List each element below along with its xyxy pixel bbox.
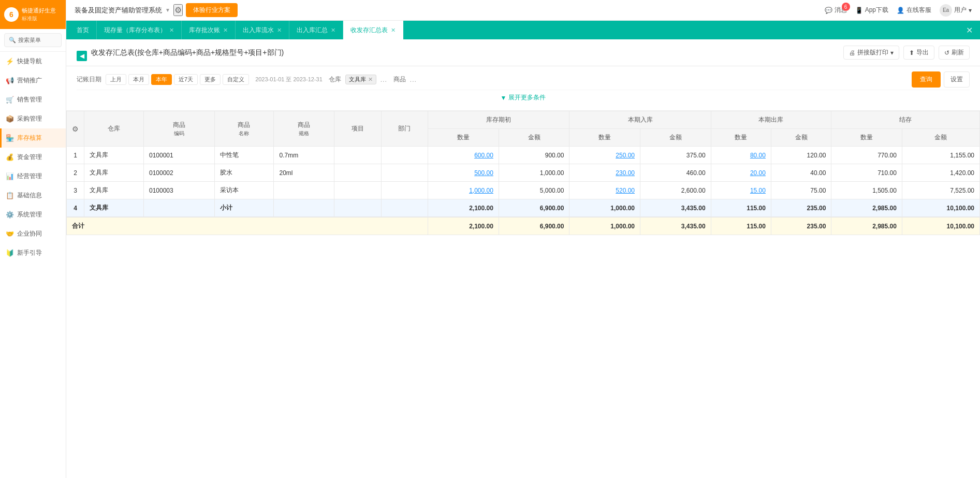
operation-icon: 📊	[6, 172, 14, 181]
tab-batch-close[interactable]: ✕	[223, 27, 228, 34]
page-title: 收发存汇总表(按仓库+商品编码+商品+规格型号+项目+部门)	[91, 48, 284, 64]
purchase-icon: 📦	[6, 115, 14, 123]
tab-flow-close[interactable]: ✕	[277, 27, 282, 34]
warehouse-more[interactable]: ...	[381, 76, 387, 83]
sidebar-item-quick-nav[interactable]: ⚡ 快捷导航	[0, 52, 66, 71]
expand-more-button[interactable]: ▼ 展开更多条件	[501, 90, 546, 105]
col-goods-spec-header: 商品规格	[274, 111, 334, 147]
query-actions: 查询 设置	[912, 71, 970, 88]
col-settings-header: ⚙	[67, 111, 84, 147]
user-initial: Ea	[943, 7, 949, 13]
date-options: 上月 本月 本年 近7天 更多 自定义	[106, 74, 249, 85]
sidebar-item-label: 基础信息	[17, 191, 42, 200]
inventory-icon: 🏪	[6, 134, 14, 142]
date-filter-section: 记账日期 上月 本月 本年 近7天 更多 自定义 2023-01-01 至 20…	[77, 74, 323, 85]
date-btn-more[interactable]: 更多	[200, 74, 221, 85]
query-button[interactable]: 查询	[912, 71, 941, 88]
basic-icon: 📋	[6, 192, 14, 200]
main-area: 装备及固定资产辅助管理系统 ▼ ⚙ 体验行业方案 💬 消息 6 📱 App下载 …	[66, 0, 980, 478]
sidebar-item-sales[interactable]: 🛒 销售管理	[0, 90, 66, 109]
filter-wrapper: 记账日期 上月 本月 本年 近7天 更多 自定义 2023-01-01 至 20…	[66, 66, 980, 111]
tab-batch-account[interactable]: 库存批次账 ✕	[182, 21, 236, 39]
app-download-button[interactable]: 📱 App下载	[855, 6, 888, 15]
refresh-button[interactable]: ↺ 刷新	[939, 46, 970, 60]
col-opening-qty-header: 数量	[428, 129, 499, 147]
sidebar-item-marketing[interactable]: 📢 营销推广	[0, 71, 66, 90]
footer-in-qty: 1,000.00	[569, 217, 640, 235]
date-btn-this-month[interactable]: 本月	[128, 74, 149, 85]
sidebar-item-label: 快捷导航	[17, 57, 42, 66]
tab-home[interactable]: 首页	[66, 21, 97, 39]
warehouse-tag-label: 文具库	[349, 76, 366, 83]
sidebar-item-label: 销售管理	[17, 95, 42, 104]
tab-recv-send-close[interactable]: ✕	[391, 27, 396, 34]
print-button[interactable]: 🖨 拼接版打印 ▾	[843, 46, 899, 60]
footer-out-amt: 235.00	[771, 217, 831, 235]
tab-home-label: 首页	[77, 26, 89, 35]
refresh-label: 刷新	[952, 48, 964, 57]
sidebar-item-guide[interactable]: 🔰 新手引导	[0, 243, 66, 263]
table-footer: 合计 2,100.00 6,900.00 1,000.00 3,435.00 1…	[67, 217, 980, 235]
page-body: ◀ 收发存汇总表(按仓库+商品编码+商品+规格型号+项目+部门) 🖨 拼接版打印…	[66, 39, 980, 478]
table-row: 3文具库0100003采访本1,000.005,000.00520.002,60…	[67, 182, 980, 199]
collapse-button[interactable]: ◀	[77, 51, 87, 61]
footer-out-qty: 115.00	[711, 217, 771, 235]
message-button[interactable]: 💬 消息 6	[825, 6, 847, 15]
expand-label: 展开更多条件	[508, 93, 546, 102]
tab-recv-send-summary[interactable]: 收发存汇总表 ✕	[343, 21, 403, 39]
sidebar-item-operation[interactable]: 📊 经营管理	[0, 167, 66, 186]
tab-inventory-dist-close[interactable]: ✕	[169, 27, 174, 34]
topbar-right: 💬 消息 6 📱 App下载 👤 在线客服 Ea 用户 ▾	[825, 4, 972, 17]
date-btn-7days[interactable]: 近7天	[174, 74, 198, 85]
user-menu-button[interactable]: Ea 用户 ▾	[940, 4, 972, 17]
table-row: 1文具库0100001中性笔0.7mm600.00900.00250.00375…	[67, 147, 980, 164]
export-button[interactable]: ⬆ 导出	[903, 46, 934, 60]
sidebar-item-basic[interactable]: 📋 基础信息	[0, 186, 66, 205]
tabbar-close-all[interactable]: ✕	[959, 21, 980, 39]
main-content: ⚙ 仓库 商品编码 商品名称 商品规格 项目 部门 库存期初 本期入库 本期出库…	[66, 111, 980, 478]
sidebar-item-system[interactable]: ⚙️ 系统管理	[0, 205, 66, 224]
date-btn-custom[interactable]: 自定义	[223, 74, 249, 85]
warehouse-filter-label: 仓库	[329, 75, 341, 84]
footer-balance-amt: 10,100.00	[902, 217, 979, 235]
tab-recv-send-label: 收发存汇总表	[350, 26, 388, 35]
date-btn-last-month[interactable]: 上月	[106, 74, 126, 85]
sidebar-item-collab[interactable]: 🤝 企业协同	[0, 224, 66, 243]
search-menu-button[interactable]: 🔍 搜索菜单	[4, 33, 62, 47]
message-icon: 💬	[825, 7, 832, 14]
tab-batch-account-label: 库存批次账	[189, 26, 220, 35]
col-dept-header: 部门	[381, 111, 428, 147]
col-in-amt-header: 金额	[640, 129, 711, 147]
sidebar-item-inventory[interactable]: 🏪 库存核算	[0, 128, 66, 148]
tab-in-out-flow[interactable]: 出入库流水 ✕	[236, 21, 289, 39]
marketing-icon: 📢	[6, 77, 14, 85]
col-goods-name-header: 商品名称	[214, 111, 274, 147]
warehouse-tag-close[interactable]: ✕	[368, 76, 373, 83]
footer-balance-qty: 2,985.00	[831, 217, 902, 235]
app-download-icon: 📱	[855, 7, 863, 14]
service-label: 在线客服	[906, 6, 931, 15]
topbar-settings-button[interactable]: ⚙	[173, 4, 183, 16]
tab-summary-close[interactable]: ✕	[331, 27, 335, 34]
filter-settings-button[interactable]: 设置	[944, 71, 970, 88]
footer-opening-amt: 6,900.00	[499, 217, 569, 235]
sidebar-item-label: 企业协同	[17, 229, 42, 238]
guide-icon: 🔰	[6, 249, 14, 257]
col-warehouse-header: 仓库	[84, 111, 144, 147]
service-icon: 👤	[897, 7, 904, 14]
table-row: 2文具库0100002胶水20ml500.001,000.00230.00460…	[67, 164, 980, 182]
sidebar-item-finance[interactable]: 💰 资金管理	[0, 148, 66, 167]
trial-button[interactable]: 体验行业方案	[186, 3, 238, 17]
goods-more[interactable]: ...	[410, 76, 417, 83]
table-settings-icon[interactable]: ⚙	[72, 125, 79, 133]
col-goods-code-header: 商品编码	[143, 111, 214, 147]
sidebar-item-label: 库存核算	[17, 134, 42, 142]
tab-in-out-summary[interactable]: 出入库汇总 ✕	[289, 21, 343, 39]
refresh-icon: ↺	[944, 49, 949, 56]
date-btn-this-year[interactable]: 本年	[151, 74, 172, 85]
user-dropdown-icon: ▾	[969, 7, 972, 14]
online-service-button[interactable]: 👤 在线客服	[897, 6, 931, 15]
tab-inventory-dist[interactable]: 现存量（库存分布表） ✕	[97, 21, 182, 39]
sidebar-item-purchase[interactable]: 📦 采购管理	[0, 109, 66, 128]
col-project-header: 项目	[334, 111, 381, 147]
